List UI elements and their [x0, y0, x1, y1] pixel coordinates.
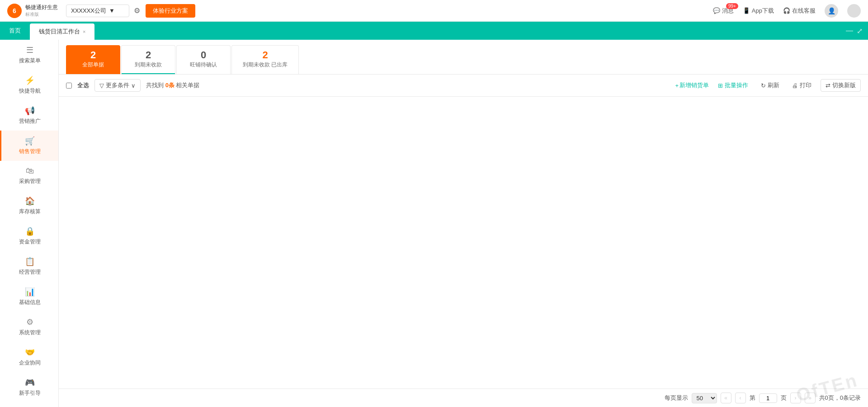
tab-bar-actions: — ⤢	[846, 27, 868, 35]
avatar-icon: 👤	[828, 7, 835, 14]
sidebar-item-app-center[interactable]: 📦 应用中心	[0, 402, 58, 407]
stat-pending-label: 旺铺待确认	[190, 61, 217, 68]
company-selector[interactable]: XXXXXX公司 ▼	[66, 5, 129, 17]
last-page-button[interactable]: »	[805, 393, 816, 403]
stat-shipped-num: 2	[243, 49, 288, 61]
content-area: 2 全部单据 2 到期未收款 0 旺铺待确认 2 到期未收款 已出库 全选 ▽	[59, 40, 868, 407]
sidebar-item-sales[interactable]: 🛒 销售管理	[0, 131, 58, 161]
pagination-bar: 每页显示 50 10 20 100 « ‹ 第 页 › » 共0页，0条记录	[59, 388, 868, 407]
sidebar-item-operation[interactable]: 📋 经营管理	[0, 251, 58, 281]
purchase-icon: 🛍	[26, 166, 34, 176]
avatar[interactable]: 👤	[825, 4, 838, 18]
tab-bar: 首页 钱货日清工作台 × — ⤢	[0, 22, 868, 40]
stat-tab-shipped[interactable]: 2 到期未收款 已出库	[231, 45, 299, 74]
tab-active[interactable]: 钱货日清工作台 ×	[30, 23, 94, 40]
stat-overdue-label: 到期未收款	[135, 61, 162, 68]
app-download-label: App下载	[752, 7, 774, 15]
basic-info-icon: 📊	[25, 287, 35, 297]
next-page-button[interactable]: ›	[790, 393, 801, 403]
message-icon: 💬	[713, 7, 720, 14]
stat-shipped-label: 到期未收款 已出库	[243, 61, 288, 68]
sidebar-label-inventory: 库存核算	[19, 208, 41, 215]
sidebar-label-sales: 销售管理	[19, 148, 41, 155]
sidebar-label-search-menu: 搜索菜单	[19, 57, 41, 65]
trial-button[interactable]: 体验行业方案	[146, 4, 195, 18]
capital-icon: 🔒	[25, 226, 35, 236]
page-suffix: 页	[781, 394, 787, 402]
select-all-checkbox[interactable]	[66, 83, 72, 89]
message-item[interactable]: 💬 消息 99+	[713, 7, 734, 15]
filter-label: 更多条件	[106, 81, 129, 89]
stat-overdue-num: 2	[132, 49, 164, 61]
print-button[interactable]: 🖨 打印	[788, 80, 815, 91]
new-sales-button[interactable]: + 新增销货单	[675, 81, 709, 89]
page-input[interactable]	[759, 393, 777, 403]
sidebar: ☰ 搜索菜单 ⚡ 快捷导航 📢 营销推广 🛒 销售管理 🛍 采购管理 🏠 库存核…	[0, 40, 59, 407]
batch-operation-button[interactable]: ⊞ 批量操作	[714, 80, 752, 91]
sidebar-label-guide: 新手引导	[19, 389, 41, 397]
sidebar-item-inventory[interactable]: 🏠 库存核算	[0, 191, 58, 221]
new-sales-label: 新增销货单	[679, 81, 709, 89]
window-maximize-icon[interactable]: ⤢	[857, 27, 863, 35]
sidebar-label-quick-nav: 快捷导航	[19, 87, 41, 95]
settings-icon[interactable]: ⚙	[134, 6, 140, 15]
online-service-item[interactable]: 🎧 在线客服	[783, 7, 816, 15]
plus-icon: +	[675, 82, 679, 89]
first-page-button[interactable]: «	[721, 393, 731, 403]
print-icon: 🖨	[792, 82, 798, 89]
batch-label: 批量操作	[725, 81, 748, 89]
sidebar-label-cooperation: 企业协同	[19, 359, 41, 367]
stats-tabs: 2 全部单据 2 到期未收款 0 旺铺待确认 2 到期未收款 已出库	[59, 40, 868, 75]
top-bar: 6 畅捷通好生意 标准版 XXXXXX公司 ▼ ⚙ 体验行业方案 💬 消息 99…	[0, 0, 868, 22]
switch-new-version-button[interactable]: ⇄ 切换新版	[821, 79, 861, 92]
refresh-button[interactable]: ↻ 刷新	[757, 80, 783, 91]
batch-icon: ⊞	[718, 82, 723, 89]
filter-button[interactable]: ▽ 更多条件 ∨	[94, 79, 141, 92]
filter-chevron: ∨	[131, 82, 136, 89]
cooperation-icon: 🤝	[25, 347, 35, 357]
tab-home[interactable]: 首页	[0, 22, 30, 40]
app-download-item[interactable]: 📱 App下载	[743, 7, 774, 15]
window-minimize-icon[interactable]: —	[846, 27, 853, 35]
quick-nav-icon: ⚡	[25, 75, 35, 85]
table-area	[59, 97, 868, 388]
chevron-down-icon: ▼	[109, 7, 115, 14]
per-page-select[interactable]: 50 10 20 100	[692, 393, 717, 403]
filter-icon: ▽	[99, 82, 104, 89]
close-icon[interactable]: ×	[83, 29, 85, 34]
found-text: 共找到 0条 相关单据	[146, 81, 199, 89]
sales-icon: 🛒	[25, 136, 35, 146]
stat-tab-all[interactable]: 2 全部单据	[66, 45, 120, 74]
refresh-label: 刷新	[768, 81, 779, 89]
stat-tab-overdue[interactable]: 2 到期未收款	[121, 45, 175, 74]
stat-pending-num: 0	[188, 49, 219, 61]
stat-all-num: 2	[77, 49, 109, 61]
sidebar-item-purchase[interactable]: 🛍 采购管理	[0, 161, 58, 191]
sidebar-item-cooperation[interactable]: 🤝 企业协同	[0, 342, 58, 372]
sidebar-item-quick-nav[interactable]: ⚡ 快捷导航	[0, 70, 58, 100]
top-right-area: 💬 消息 99+ 📱 App下载 🎧 在线客服 👤	[713, 4, 861, 18]
guide-icon: 🎮	[25, 378, 35, 388]
found-count: 0条	[165, 82, 175, 89]
sidebar-item-search-menu[interactable]: ☰ 搜索菜单	[0, 40, 58, 70]
prev-page-button[interactable]: ‹	[735, 393, 746, 403]
system-icon: ⚙	[26, 317, 33, 327]
tab-active-label: 钱货日清工作台	[39, 28, 80, 36]
sidebar-item-marketing[interactable]: 📢 营销推广	[0, 100, 58, 131]
stat-tab-pending[interactable]: 0 旺铺待确认	[176, 45, 231, 74]
select-all-label: 全选	[77, 81, 89, 89]
operation-icon: 📋	[25, 257, 35, 267]
sidebar-item-system[interactable]: ⚙ 系统管理	[0, 312, 58, 342]
app-download-icon: 📱	[743, 7, 750, 14]
sidebar-item-basic-info[interactable]: 📊 基础信息	[0, 281, 58, 312]
sidebar-item-guide[interactable]: 🎮 新手引导	[0, 372, 58, 402]
switch-label: 切换新版	[832, 81, 856, 89]
sidebar-item-capital[interactable]: 🔒 资金管理	[0, 221, 58, 251]
sidebar-label-capital: 资金管理	[19, 238, 41, 246]
logo-icon: 6	[7, 4, 22, 18]
total-label: 共0页，0条记录	[819, 394, 861, 402]
print-label: 打印	[800, 81, 811, 89]
online-service-label: 在线客服	[792, 7, 816, 15]
refresh-icon: ↻	[761, 82, 766, 89]
message-badge: 99+	[726, 3, 738, 9]
